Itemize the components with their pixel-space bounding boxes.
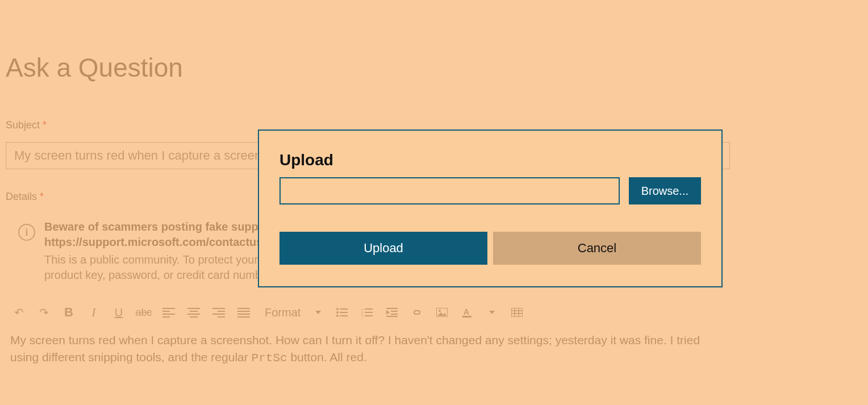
cancel-button[interactable]: Cancel xyxy=(493,232,701,265)
svg-rect-22 xyxy=(511,308,523,317)
image-icon[interactable] xyxy=(435,304,449,321)
svg-text:A: A xyxy=(464,307,469,316)
text-color-icon[interactable]: A xyxy=(460,304,474,321)
italic-button[interactable]: I xyxy=(86,304,101,321)
numbered-list-icon[interactable]: 123 xyxy=(360,304,374,321)
svg-point-0 xyxy=(336,308,339,310)
svg-rect-5 xyxy=(340,315,348,316)
svg-rect-7 xyxy=(365,308,373,310)
align-center-icon[interactable] xyxy=(186,304,201,321)
bold-button[interactable]: B xyxy=(61,304,76,321)
svg-rect-9 xyxy=(365,312,373,313)
more-dropdown-icon[interactable] xyxy=(485,304,499,321)
table-icon[interactable] xyxy=(510,304,524,321)
align-left-icon[interactable] xyxy=(161,304,176,321)
upload-dialog-title: Upload xyxy=(279,151,701,169)
svg-text:3: 3 xyxy=(361,315,364,317)
svg-point-4 xyxy=(336,315,339,317)
link-icon[interactable] xyxy=(410,304,424,321)
subject-label: Subject * xyxy=(6,119,47,131)
svg-point-2 xyxy=(336,311,339,314)
svg-rect-16 xyxy=(386,316,398,317)
redo-icon[interactable]: ↷ xyxy=(36,304,51,321)
upload-dialog: Upload Browse... Upload Cancel xyxy=(258,130,723,287)
svg-rect-21 xyxy=(462,316,471,318)
svg-rect-15 xyxy=(391,314,398,315)
details-label: Details * xyxy=(6,191,44,203)
align-right-icon[interactable] xyxy=(211,304,226,321)
undo-icon[interactable]: ↶ xyxy=(11,304,26,321)
editor-toolbar: ↶ ↷ B I U abc Format 123 xyxy=(6,300,730,325)
svg-rect-3 xyxy=(340,312,348,313)
required-mark: * xyxy=(40,191,44,202)
browse-button[interactable]: Browse... xyxy=(629,177,701,204)
svg-marker-19 xyxy=(437,312,446,316)
svg-point-18 xyxy=(439,310,441,312)
upload-file-input[interactable] xyxy=(279,177,620,204)
format-dropdown[interactable]: Format xyxy=(261,306,324,319)
indent-icon[interactable] xyxy=(385,304,399,321)
editor-key-prtsc: PrtSc xyxy=(252,352,287,365)
subject-label-text: Subject xyxy=(6,119,40,131)
underline-button[interactable]: U xyxy=(111,304,126,321)
svg-rect-12 xyxy=(386,308,398,309)
svg-rect-1 xyxy=(340,308,348,310)
format-dropdown-label: Format xyxy=(265,306,301,319)
details-editor[interactable]: My screen turns red when I capture a scr… xyxy=(10,332,726,368)
svg-rect-13 xyxy=(391,311,398,312)
editor-text-after: button. All red. xyxy=(287,350,367,364)
strikethrough-button[interactable]: abc xyxy=(136,304,151,321)
page-title: Ask a Question xyxy=(6,52,183,83)
align-justify-icon[interactable] xyxy=(236,304,251,321)
upload-button[interactable]: Upload xyxy=(279,232,487,265)
details-label-text: Details xyxy=(6,191,37,202)
chevron-down-icon xyxy=(315,311,321,314)
svg-rect-11 xyxy=(365,315,373,316)
bullet-list-icon[interactable] xyxy=(335,304,349,321)
svg-marker-14 xyxy=(386,310,390,315)
required-mark: * xyxy=(43,119,47,131)
